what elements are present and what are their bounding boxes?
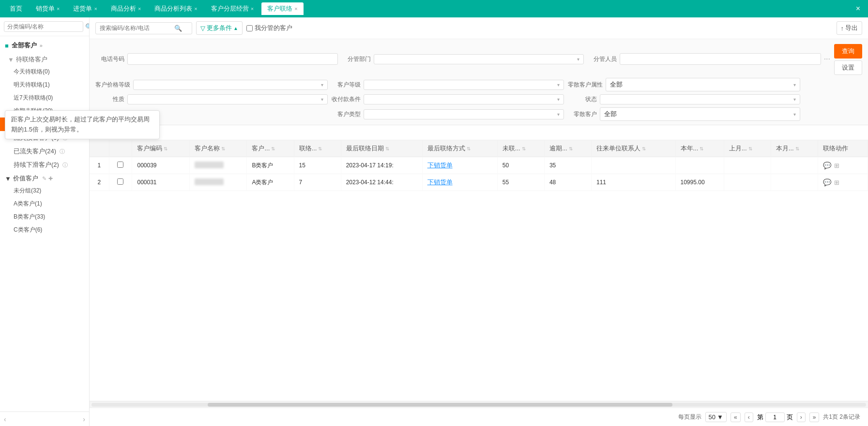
customer-table: 客户编码 ⇅ 客户名称 ⇅ 客户... (90, 140, 868, 191)
sidebar-pending-group[interactable]: ▼ 待联络客户 (0, 53, 89, 65)
payment-label: 收付款条件 (332, 95, 361, 103)
col-last-month: 上月... ⇅ (724, 140, 771, 157)
payment-select[interactable]: ▾ (364, 94, 564, 104)
phone-input[interactable] (127, 53, 338, 65)
page-number-input[interactable] (765, 412, 785, 422)
filter-field-dept: 分管部门 ▾ (342, 54, 584, 64)
per-page-select[interactable]: 50 ▼ (705, 412, 727, 422)
sidebar-search-icon[interactable]: 🔍 (85, 23, 90, 30)
sidebar-item-ungroup[interactable]: 未分组(32) (0, 184, 89, 197)
tab-home[interactable]: 首页 (4, 2, 28, 15)
tab-product-analysis-list[interactable]: 商品分析列表 × (149, 2, 203, 15)
sort-icon: ⇅ (795, 146, 799, 151)
tab-customer-segment[interactable]: 客户分层经营 × (205, 2, 259, 15)
search-icon[interactable]: 🔍 (174, 25, 182, 32)
close-icon[interactable]: × (94, 6, 97, 12)
sidebar-item-today[interactable]: 今天待联络(0) (0, 65, 89, 78)
grid-icon[interactable]: ⊞ (834, 162, 839, 169)
chat-icon[interactable]: 💬 (823, 178, 831, 186)
sidebar-item-type-c[interactable]: C类客户(6) (0, 223, 89, 236)
edit-icon[interactable]: ✎ (42, 176, 46, 182)
scroll-thumb[interactable] (208, 403, 672, 407)
sidebar-item-7days[interactable]: 近7天待联络(0) (0, 91, 89, 104)
sidebar-item-tomorrow[interactable]: 明天待联络(1) (0, 78, 89, 91)
sidebar-item-declining[interactable]: 持续下滑客户(2) ⓘ (0, 158, 89, 172)
last-method-link[interactable]: 下销货单 (427, 178, 453, 186)
sort-icon: ⇅ (318, 146, 322, 151)
more-icon[interactable]: ··· (824, 55, 830, 63)
dept-select[interactable]: ▾ (374, 54, 584, 64)
query-button[interactable]: 查询 (834, 44, 862, 59)
row-uncontacted: 55 (497, 174, 544, 191)
setting-button[interactable]: 设置 (834, 60, 862, 75)
filter-icon: ▽ (200, 25, 205, 32)
col-last-date: 最后联络日期 ⇅ (341, 140, 422, 157)
person-input[interactable] (620, 53, 821, 65)
prev-page-button[interactable]: ‹ (745, 412, 753, 422)
row-action: 💬 ⊞ (818, 157, 868, 174)
collapse-icon[interactable]: » (40, 43, 43, 48)
sidebar-item-type-b[interactable]: B类客户(33) (0, 210, 89, 223)
row-this-year (675, 157, 724, 174)
last-method-link[interactable]: 下销货单 (427, 162, 453, 169)
close-icon[interactable]: × (294, 6, 297, 12)
more-filters-button[interactable]: ▽ 更多条件 ▲ (196, 21, 243, 35)
first-page-button[interactable]: « (731, 412, 741, 422)
blurred-name (195, 178, 224, 185)
status-label: 状态 (568, 95, 597, 103)
price-level-label: 客户价格等级 (95, 81, 130, 89)
close-all-button[interactable]: × (852, 4, 864, 13)
export-button[interactable]: ↑ 导出 (837, 21, 863, 35)
filter-field-status: 状态 ▾ (568, 94, 800, 104)
left-arrow-icon[interactable]: ‹ (4, 415, 6, 423)
add-icon[interactable]: ✚ (48, 176, 53, 182)
customer-type-select[interactable]: ▾ (364, 109, 564, 119)
right-arrow-icon[interactable]: › (83, 415, 85, 423)
search-input[interactable] (100, 25, 172, 31)
row-contact: 7 (294, 174, 341, 191)
chevron-down-icon: ▾ (321, 82, 323, 88)
close-icon[interactable]: × (194, 6, 197, 12)
retail-attr-select[interactable]: 全部 ▾ (606, 78, 800, 91)
row-checkbox[interactable] (117, 178, 123, 185)
chevron-down-icon: ▾ (577, 57, 579, 62)
my-customer-checkbox[interactable] (246, 25, 253, 31)
tab-customer-contact[interactable]: 客户联络 × (261, 2, 303, 15)
grid-icon[interactable]: ⊞ (834, 179, 839, 186)
nature-select[interactable]: ▾ (127, 94, 328, 104)
chevron-down-icon: ▾ (793, 112, 796, 117)
tab-product-analysis[interactable]: 商品分析 × (105, 2, 147, 15)
close-icon[interactable]: × (138, 6, 141, 12)
col-contact-person: 往来单位联系人 ⇅ (592, 140, 676, 157)
sidebar-all-customers[interactable]: ■ 全部客户 » (0, 38, 89, 53)
search-box[interactable]: 🔍 (95, 22, 192, 34)
horizontal-scrollbar[interactable] (90, 401, 868, 408)
customer-level-select[interactable]: ▾ (364, 80, 564, 90)
filter-field-customer-type: 客户类型 ▾ (332, 109, 564, 119)
tab-sales[interactable]: 销货单 × (30, 2, 65, 15)
retail-customer-select[interactable]: 全部 ▾ (600, 107, 800, 121)
row-checkbox[interactable] (117, 162, 123, 168)
scroll-track[interactable] (91, 403, 866, 407)
row-this-month (771, 157, 818, 174)
chevron-down-icon: ▾ (793, 97, 796, 102)
close-icon[interactable]: × (251, 6, 254, 12)
row-contact: 15 (294, 157, 341, 174)
tab-purchase[interactable]: 进货单 × (67, 2, 103, 15)
row-contact-person: 111 (592, 174, 676, 191)
sort-icon: ⇅ (748, 146, 752, 151)
col-type: 客户... ⇅ (247, 140, 294, 157)
chat-icon[interactable]: 💬 (823, 162, 831, 169)
sidebar-value-group[interactable]: ▼ 价值客户 ✎ ✚ (0, 172, 89, 184)
price-level-select[interactable]: ▾ (133, 80, 328, 90)
pagination-bar: 每页显示 50 ▼ « ‹ 第 页 › » 共1页 2条记录 (90, 408, 868, 426)
sidebar-search-input[interactable] (4, 21, 83, 32)
sidebar-content: ■ 全部客户 » ▼ 待联络客户 今天待联络(0) 明天待联络(1) 近7天待联… (0, 36, 89, 411)
sidebar-item-lost[interactable]: 已流失客户(24) ⓘ (0, 145, 89, 158)
my-customer-checkbox-area[interactable]: 我分管的客户 (246, 24, 292, 32)
next-page-button[interactable]: › (797, 412, 806, 422)
status-select[interactable]: ▾ (600, 94, 800, 104)
close-icon[interactable]: × (57, 6, 60, 12)
last-page-button[interactable]: » (809, 412, 820, 422)
sidebar-item-type-a[interactable]: A类客户(1) (0, 197, 89, 210)
